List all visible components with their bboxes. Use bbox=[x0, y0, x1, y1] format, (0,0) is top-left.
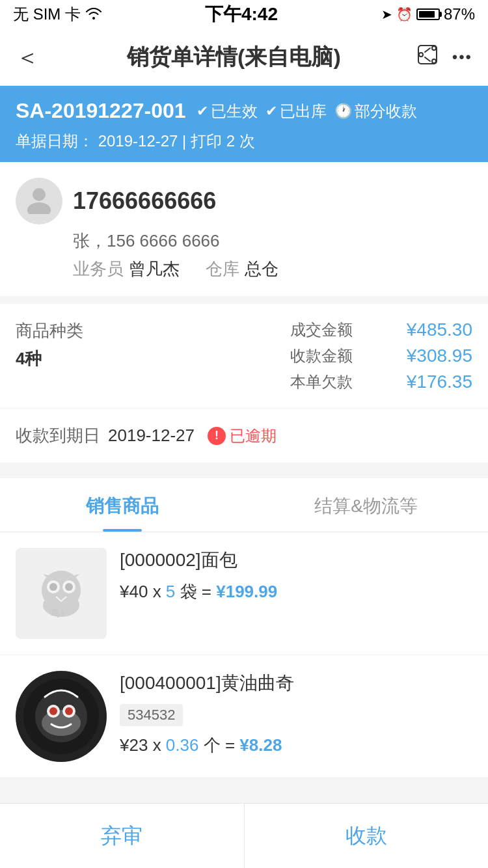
battery-icon bbox=[416, 8, 440, 20]
svg-point-4 bbox=[33, 188, 46, 201]
nav-bar: ＜ 销货单详情(来自电脑) ••• bbox=[0, 29, 488, 86]
deal-amount-label: 成交金额 bbox=[290, 319, 353, 340]
back-button[interactable]: ＜ bbox=[16, 46, 52, 69]
shipped-label: 已出库 bbox=[280, 101, 327, 122]
carrier-text: 无 SIM 卡 bbox=[13, 4, 81, 25]
salesperson-info: 业务员 曾凡杰 bbox=[73, 258, 180, 280]
tab-sales-products[interactable]: 销售商品 bbox=[0, 478, 244, 532]
stats-section: 商品种类 4种 成交金额 ¥485.30 收款金额 ¥308.95 本单欠款 ¥… bbox=[0, 304, 488, 408]
section-divider-1 bbox=[0, 296, 488, 304]
wifi-icon bbox=[86, 5, 102, 23]
cancel-review-label: 弃审 bbox=[101, 822, 142, 850]
collect-payment-button[interactable]: 收款 bbox=[245, 804, 489, 868]
price-equals-1: = bbox=[202, 582, 216, 601]
customer-avatar bbox=[16, 178, 62, 224]
price-multiply-2: x bbox=[153, 735, 166, 755]
product-unit-1: 袋 bbox=[180, 582, 197, 601]
product-types-value: 4种 bbox=[16, 347, 83, 370]
product-unit-2: 个 bbox=[204, 735, 221, 755]
product-list: 鸟+ [0000002]面包 ¥40 x 5 袋 = ¥199.99 bbox=[0, 532, 488, 778]
warehouse-value: 总仓 bbox=[245, 258, 278, 280]
svg-point-1 bbox=[419, 53, 423, 57]
order-date-row: 单据日期： 2019-12-27 | 打印 2 次 bbox=[16, 131, 472, 152]
product-item-2: [000400001]黄油曲奇 534532 ¥23 x 0.36 个 = ¥8… bbox=[0, 655, 488, 778]
tab-settlement[interactable]: 结算&物流等 bbox=[244, 478, 488, 532]
product-item-1: 鸟+ [0000002]面包 ¥40 x 5 袋 = ¥199.99 bbox=[0, 532, 488, 655]
customer-name-phone: 张，156 6666 6666 bbox=[73, 230, 472, 252]
svg-point-9 bbox=[49, 583, 57, 591]
received-amount-value: ¥308.95 bbox=[407, 346, 472, 366]
more-button[interactable]: ••• bbox=[452, 48, 472, 66]
date-label: 单据日期： bbox=[16, 132, 94, 150]
price-equals-2: = bbox=[225, 735, 239, 755]
svg-rect-0 bbox=[418, 46, 437, 64]
due-date-label: 收款到期日 bbox=[16, 424, 100, 447]
owed-amount-row: 本单欠款 ¥176.35 bbox=[290, 372, 472, 392]
order-header-banner: SA-20191227-001 ✔ 已生效 ✔ 已出库 🕐 部分收款 单据日期：… bbox=[0, 86, 488, 162]
deal-amount-value: ¥485.30 bbox=[407, 319, 472, 340]
time-display: 下午4:42 bbox=[205, 2, 278, 27]
warehouse-info: 仓库 总仓 bbox=[206, 258, 278, 280]
owed-amount-label: 本单欠款 bbox=[290, 372, 353, 392]
check-icon-1: ✔ bbox=[197, 103, 208, 120]
svg-point-2 bbox=[432, 46, 436, 50]
status-badges: ✔ 已生效 ✔ 已出库 🕐 部分收款 bbox=[197, 101, 417, 122]
nav-actions: ••• bbox=[416, 43, 472, 72]
overdue-warning-icon: ! bbox=[208, 427, 226, 445]
print-label: | 打印 bbox=[182, 132, 222, 150]
svg-point-3 bbox=[432, 59, 436, 63]
status-right: ➤ ⏰ 87% bbox=[381, 5, 475, 23]
tab-settlement-label: 结算&物流等 bbox=[314, 496, 418, 516]
share-button[interactable] bbox=[416, 43, 439, 72]
date-value: 2019-12-27 bbox=[98, 132, 178, 150]
owed-amount-value: ¥176.35 bbox=[407, 372, 472, 392]
battery-fill bbox=[419, 11, 435, 18]
product-info-2: [000400001]黄油曲奇 534532 ¥23 x 0.36 个 = ¥8… bbox=[120, 671, 472, 757]
location-icon: ➤ bbox=[381, 7, 392, 22]
svg-point-21 bbox=[49, 707, 57, 715]
product-total-1: ¥199.99 bbox=[216, 582, 277, 601]
customer-meta: 业务员 曾凡杰 仓库 总仓 bbox=[73, 258, 472, 280]
product-total-2: ¥8.28 bbox=[239, 735, 282, 755]
due-date-section: 收款到期日 2019-12-27 ! 已逾期 bbox=[0, 408, 488, 463]
tab-sales-products-label: 销售商品 bbox=[86, 496, 159, 516]
status-effective: ✔ 已生效 bbox=[197, 101, 258, 122]
svg-text:鸟+: 鸟+ bbox=[51, 608, 65, 618]
check-icon-2: ✔ bbox=[265, 103, 277, 120]
product-price-row-2: ¥23 x 0.36 个 = ¥8.28 bbox=[120, 734, 472, 757]
effective-label: 已生效 bbox=[211, 101, 258, 122]
overdue-text: 已逾期 bbox=[230, 426, 277, 446]
bottom-action-bar: 弃审 收款 bbox=[0, 803, 488, 868]
customer-section: 17666666666 张，156 6666 6666 业务员 曾凡杰 仓库 总… bbox=[0, 162, 488, 296]
order-id: SA-20191227-001 bbox=[16, 99, 186, 123]
product-thumb-1: 鸟+ bbox=[16, 548, 107, 639]
svg-point-10 bbox=[65, 583, 73, 591]
svg-point-22 bbox=[65, 707, 73, 715]
page-title: 销货单详情(来自电脑) bbox=[52, 42, 416, 72]
product-price-1: ¥40 bbox=[120, 582, 148, 601]
print-unit: 次 bbox=[239, 132, 255, 150]
status-shipped: ✔ 已出库 bbox=[265, 101, 327, 122]
product-thumb-2 bbox=[16, 671, 107, 762]
due-date-value: 2019-12-27 bbox=[108, 426, 195, 446]
product-qty-1: 5 bbox=[166, 582, 175, 601]
salesperson-label: 业务员 bbox=[73, 258, 124, 280]
print-count-num: 2 bbox=[226, 132, 235, 150]
price-multiply-1: x bbox=[153, 582, 166, 601]
customer-header-row: 17666666666 bbox=[16, 178, 472, 224]
status-partial-payment: 🕐 部分收款 bbox=[334, 101, 417, 122]
svg-point-5 bbox=[27, 202, 51, 214]
product-sku-2: 534532 bbox=[120, 704, 183, 726]
section-divider-2 bbox=[0, 463, 488, 470]
collect-payment-label: 收款 bbox=[346, 822, 387, 850]
partial-payment-label: 部分收款 bbox=[355, 101, 417, 122]
status-left: 无 SIM 卡 bbox=[13, 4, 102, 25]
product-price-2: ¥23 bbox=[120, 735, 148, 755]
product-price-row-1: ¥40 x 5 袋 = ¥199.99 bbox=[120, 580, 472, 603]
clock-icon: 🕐 bbox=[334, 103, 352, 120]
customer-phone: 17666666666 bbox=[73, 187, 216, 215]
cancel-review-button[interactable]: 弃审 bbox=[0, 804, 245, 868]
product-qty-2: 0.36 bbox=[166, 735, 199, 755]
received-amount-row: 收款金额 ¥308.95 bbox=[290, 346, 472, 366]
battery-percent: 87% bbox=[444, 5, 475, 23]
